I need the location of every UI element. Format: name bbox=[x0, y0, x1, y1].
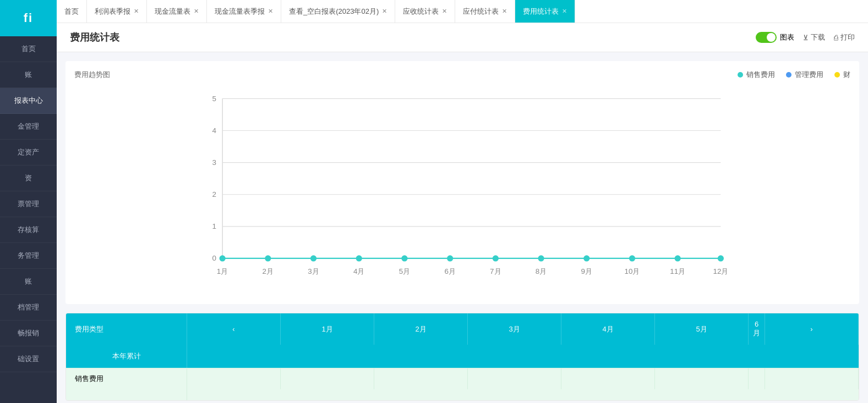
table-col-6: 6月 bbox=[749, 313, 765, 345]
tab-payable[interactable]: 应付统计表 ✕ bbox=[455, 0, 515, 23]
svg-text:3月: 3月 bbox=[308, 267, 319, 275]
legend-label-finance: 财 bbox=[843, 70, 850, 80]
sidebar-item-resource[interactable]: 资 bbox=[0, 165, 57, 191]
legend-label-admin: 管理费用 bbox=[795, 70, 823, 80]
tab-blank-report[interactable]: 查看_空白报表(2023年02月) ✕ bbox=[281, 0, 395, 23]
chart-legend: 销售费用 管理费用 财 bbox=[738, 70, 850, 80]
tab-cashflow[interactable]: 现金流量表 ✕ bbox=[147, 0, 207, 23]
svg-text:4: 4 bbox=[212, 126, 216, 135]
table-cell-ytd bbox=[66, 389, 187, 400]
tab-close-payable[interactable]: ✕ bbox=[502, 8, 507, 15]
table-cell-3 bbox=[468, 368, 561, 389]
legend-dot-sales bbox=[738, 72, 743, 78]
table-cell-6 bbox=[749, 368, 765, 389]
download-button[interactable]: ⊻ 下载 bbox=[803, 32, 825, 42]
table-cell-1 bbox=[281, 368, 374, 389]
tab-close-cashflow-quarter[interactable]: ✕ bbox=[268, 8, 273, 15]
svg-point-30 bbox=[447, 255, 453, 261]
table-col-4: 4月 bbox=[561, 313, 655, 345]
svg-point-25 bbox=[220, 255, 226, 261]
svg-point-36 bbox=[718, 255, 724, 261]
sidebar-item-inventory[interactable]: 存核算 bbox=[0, 217, 57, 243]
table-col-2: 2月 bbox=[374, 313, 468, 345]
svg-point-26 bbox=[265, 255, 271, 261]
svg-point-31 bbox=[493, 255, 499, 261]
table-cell-2 bbox=[374, 368, 468, 389]
sidebar-logo: fi bbox=[0, 0, 57, 36]
svg-point-29 bbox=[401, 255, 407, 261]
chart-container: 0 1 2 3 4 5 1月 2月 3月 4月 5月 6月 7月 8月 9 bbox=[74, 86, 850, 295]
svg-point-35 bbox=[675, 255, 681, 261]
print-button[interactable]: ⎙ 打印 bbox=[834, 32, 855, 42]
page-header: 费用统计表 图表 ⊻ 下载 ⎙ 打印 bbox=[57, 23, 868, 52]
tab-close-expense-stat[interactable]: ✕ bbox=[562, 8, 567, 15]
legend-dot-finance bbox=[834, 72, 840, 78]
table-cell-prev bbox=[187, 368, 281, 389]
data-table-section: 费用类型 ‹ 1月 2月 3月 4月 5月 6月 › 本年累计 销售费用 bbox=[65, 313, 859, 401]
table-cell-next bbox=[765, 368, 859, 389]
print-icon: ⎙ bbox=[834, 34, 838, 42]
svg-point-28 bbox=[356, 255, 362, 261]
table-col-prev[interactable]: ‹ bbox=[187, 313, 281, 345]
tab-close-blank-report[interactable]: ✕ bbox=[382, 8, 387, 15]
svg-text:12月: 12月 bbox=[713, 267, 728, 275]
tab-receivable[interactable]: 应收统计表 ✕ bbox=[395, 0, 455, 23]
svg-text:7月: 7月 bbox=[490, 267, 501, 275]
main-content: 首页 利润表季报 ✕ 现金流量表 ✕ 现金流量表季报 ✕ 查看_空白报表(202… bbox=[57, 0, 868, 403]
sidebar-item-account[interactable]: 账 bbox=[0, 62, 57, 88]
table-col-type: 费用类型 bbox=[66, 313, 187, 345]
table-col-3: 3月 bbox=[468, 313, 561, 345]
svg-text:1: 1 bbox=[212, 222, 216, 230]
chart-section: 费用趋势图 销售费用 管理费用 财 bbox=[65, 61, 859, 304]
tab-profit[interactable]: 利润表季报 ✕ bbox=[87, 0, 147, 23]
tab-expense-stat[interactable]: 费用统计表 ✕ bbox=[515, 0, 575, 23]
table-cell-4 bbox=[561, 368, 655, 389]
sidebar-item-expense[interactable]: 畅报销 bbox=[0, 321, 57, 346]
svg-point-27 bbox=[310, 255, 316, 261]
svg-text:0: 0 bbox=[212, 254, 216, 262]
chart-header: 费用趋势图 销售费用 管理费用 财 bbox=[74, 70, 850, 80]
tab-home[interactable]: 首页 bbox=[57, 0, 87, 23]
svg-text:3: 3 bbox=[212, 158, 216, 167]
tab-close-receivable[interactable]: ✕ bbox=[442, 8, 447, 15]
table-col-1: 1月 bbox=[281, 313, 374, 345]
sidebar-item-settings[interactable]: 础设置 bbox=[0, 346, 57, 372]
chart-toggle[interactable] bbox=[756, 32, 777, 43]
tab-close-profit[interactable]: ✕ bbox=[134, 8, 139, 15]
svg-text:5: 5 bbox=[212, 95, 216, 103]
page-area: 费用统计表 图表 ⊻ 下载 ⎙ 打印 费用趋势图 bbox=[57, 23, 868, 403]
table-row-sales: 销售费用 bbox=[66, 368, 859, 400]
sidebar-item-service[interactable]: 务管理 bbox=[0, 243, 57, 269]
sidebar-item-fixed-assets[interactable]: 定资产 bbox=[0, 140, 57, 165]
svg-text:10月: 10月 bbox=[625, 267, 640, 275]
svg-text:11月: 11月 bbox=[670, 267, 685, 275]
table-col-next[interactable]: › bbox=[765, 313, 859, 345]
legend-label-sales: 销售费用 bbox=[746, 70, 775, 80]
page-title: 费用统计表 bbox=[70, 31, 119, 44]
sidebar-item-archive[interactable]: 档管理 bbox=[0, 295, 57, 321]
svg-point-34 bbox=[629, 255, 635, 261]
svg-text:2: 2 bbox=[212, 190, 216, 198]
tab-close-cashflow[interactable]: ✕ bbox=[194, 8, 199, 15]
sidebar: fi 首页 账 报表中心 金管理 定资产 资 票管理 存核算 务管理 账 档管理… bbox=[0, 0, 57, 403]
svg-text:6月: 6月 bbox=[444, 267, 455, 275]
svg-point-33 bbox=[583, 255, 589, 261]
tab-cashflow-quarter[interactable]: 现金流量表季报 ✕ bbox=[207, 0, 281, 23]
table-cell-5 bbox=[655, 368, 749, 389]
tab-bar: 首页 利润表季报 ✕ 现金流量表 ✕ 现金流量表季报 ✕ 查看_空白报表(202… bbox=[57, 0, 868, 23]
table-cell-type: 销售费用 bbox=[66, 368, 187, 389]
line-chart-svg: 0 1 2 3 4 5 1月 2月 3月 4月 5月 6月 7月 8月 9 bbox=[74, 86, 850, 295]
header-actions: 图表 ⊻ 下载 ⎙ 打印 bbox=[756, 32, 855, 43]
sidebar-item-ledger[interactable]: 账 bbox=[0, 269, 57, 295]
legend-dot-admin bbox=[786, 72, 791, 78]
table-col-5: 5月 bbox=[655, 313, 749, 345]
chart-toggle-wrap[interactable]: 图表 bbox=[756, 32, 794, 43]
sidebar-item-ticket[interactable]: 票管理 bbox=[0, 191, 57, 217]
legend-finance: 财 bbox=[834, 70, 850, 80]
svg-text:1月: 1月 bbox=[217, 267, 228, 275]
table-col-ytd: 本年累计 bbox=[66, 345, 187, 368]
sidebar-item-home[interactable]: 首页 bbox=[0, 36, 57, 62]
sidebar-item-finance[interactable]: 金管理 bbox=[0, 114, 57, 140]
svg-point-32 bbox=[538, 255, 544, 261]
sidebar-item-report-center[interactable]: 报表中心 bbox=[0, 88, 57, 114]
